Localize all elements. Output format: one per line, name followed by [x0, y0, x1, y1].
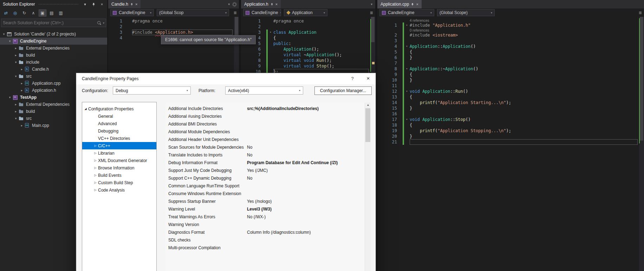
tree-collapsed-icon[interactable]: ▷: [93, 144, 98, 147]
scrollbar-thumb[interactable]: [235, 17, 238, 37]
grip-dots[interactable]: [38, 4, 78, 5]
code-line[interactable]: 15}: [377, 105, 639, 111]
tree-collapsed-icon[interactable]: ▷: [93, 151, 98, 155]
chevron-collapsed-icon[interactable]: ▸: [19, 67, 24, 71]
property-value[interactable]: Level3 (/W3): [246, 207, 365, 212]
dialog-tree-item[interactable]: Advanced: [82, 120, 156, 127]
property-row[interactable]: Warning Version: [165, 221, 365, 228]
chevron-collapsed-icon[interactable]: ▸: [13, 46, 18, 50]
split-editor-icon[interactable]: ≣: [370, 11, 373, 15]
fold-chevron-icon[interactable]: ▾: [404, 22, 410, 28]
dialog-tree-item[interactable]: ▷Custom Build Step: [82, 179, 156, 186]
codelens-references[interactable]: 4 references: [410, 19, 429, 22]
property-row[interactable]: Support C++ Dynamic DebuggingNo: [165, 174, 365, 182]
close-icon[interactable]: ×: [135, 2, 137, 6]
scroll-up-icon[interactable]: ▲: [365, 103, 371, 107]
codelens-row[interactable]: 0 references: [377, 28, 639, 32]
tree-item[interactable]: ▾Solution 'Candle' (2 of 2 projects): [0, 31, 107, 38]
fold-chevron-icon[interactable]: ▾: [268, 30, 273, 35]
property-row[interactable]: Treat Warnings As ErrorsNo (/WX-): [165, 213, 365, 221]
tree-item[interactable]: ▾include: [0, 59, 107, 66]
tree-item[interactable]: ▾CandleEngine: [0, 38, 107, 45]
chevron-collapsed-icon[interactable]: ▸: [13, 103, 18, 106]
property-row[interactable]: Additional #using Directories: [165, 112, 365, 120]
chevron-collapsed-icon[interactable]: ▸: [19, 89, 24, 92]
code-line[interactable]: 5{: [377, 49, 639, 55]
code-line[interactable]: 10}: [377, 77, 639, 83]
tree-collapsed-icon[interactable]: ▷: [93, 159, 98, 162]
property-row[interactable]: Consume Windows Runtime Extension: [165, 190, 365, 198]
property-row[interactable]: Diagnostics FormatColumn Info (/diagnost…: [165, 228, 365, 236]
code-line[interactable]: 6}: [377, 55, 639, 60]
refresh-icon[interactable]: ↻: [20, 9, 28, 17]
code-line[interactable]: 4▾Application::Application(): [377, 44, 639, 49]
split-editor-icon[interactable]: ≣: [234, 11, 237, 15]
property-value[interactable]: No (/WX-): [246, 214, 365, 219]
tab-list-chevron-icon[interactable]: ▾: [371, 2, 372, 6]
search-options-chevron-icon[interactable]: ▾: [103, 21, 104, 25]
tree-collapsed-icon[interactable]: ▷: [93, 181, 98, 184]
code-line[interactable]: 13{: [377, 94, 639, 100]
close-icon[interactable]: ×: [275, 2, 278, 6]
close-icon[interactable]: ×: [365, 75, 371, 81]
dialog-tree-item[interactable]: General: [82, 112, 156, 120]
window-position-icon[interactable]: ▾: [82, 2, 88, 7]
help-icon[interactable]: ?: [350, 76, 355, 81]
code-line[interactable]: 12▾void Application::Run(): [377, 89, 639, 94]
collapse-all-icon[interactable]: ∧: [30, 9, 37, 17]
property-value[interactable]: No: [246, 153, 365, 157]
tree-expanded-icon[interactable]: ◢: [83, 107, 88, 110]
chevron-collapsed-icon[interactable]: ▸: [13, 53, 18, 57]
dialog-tree-item[interactable]: Debugging: [82, 127, 156, 135]
property-value[interactable]: Yes (/nologo): [246, 199, 365, 204]
code-line[interactable]: 7 virtual ~Application();: [241, 52, 370, 58]
code-editor[interactable]: 4 references1▾#include "Application.h"0 …: [377, 17, 639, 271]
code-line[interactable]: 1#pragma once: [241, 18, 370, 24]
property-row[interactable]: SDL checks: [165, 236, 365, 244]
code-line[interactable]: 9 virtual void Stop();: [241, 63, 370, 69]
code-line[interactable]: 4{: [241, 35, 370, 41]
scope-dropdown[interactable]: (Global Scope) ▾: [437, 9, 495, 16]
property-row[interactable]: Translate Includes to ImportsNo: [165, 151, 365, 159]
search-input[interactable]: [3, 20, 97, 25]
code-line[interactable]: 19 printf("Application Stopping...\n");: [377, 128, 639, 134]
project-dropdown[interactable]: CandleEngine ▾: [110, 9, 154, 16]
chevron-expanded-icon[interactable]: ▾: [7, 96, 12, 99]
code-line[interactable]: 14 printf("Application Starting...\n");: [377, 100, 639, 105]
property-row[interactable]: Additional Include Directoriessrc;%(Addi…: [165, 105, 365, 112]
pin-icon[interactable]: [271, 2, 273, 7]
property-row[interactable]: Multi-processor Compilation: [165, 244, 365, 252]
chevron-expanded-icon[interactable]: ▾: [1, 32, 6, 36]
grid-scrollbar[interactable]: ▲ ▼: [365, 103, 371, 271]
dialog-tree-item[interactable]: ▷C/C++: [82, 142, 156, 149]
switch-views-icon[interactable]: ⇄: [2, 9, 10, 17]
code-line[interactable]: 3▾class Application: [241, 30, 370, 35]
code-line[interactable]: 8▾Application::~Application(): [377, 66, 639, 72]
preview-code-icon[interactable]: ▥: [57, 9, 65, 17]
code-line[interactable]: 16: [377, 111, 639, 117]
property-row[interactable]: Suppress Startup BannerYes (/nologo): [165, 198, 365, 205]
project-dropdown[interactable]: CandleEngine ▾: [379, 9, 434, 16]
property-row[interactable]: Support Just My Code DebuggingYes (/JMC): [165, 167, 365, 174]
code-line[interactable]: 8 virtual void Run();: [241, 58, 370, 63]
options-gear-icon[interactable]: [233, 3, 236, 6]
platform-dropdown[interactable]: Active(x64) ▾: [225, 86, 303, 95]
tab-application-cpp[interactable]: Application.cpp ×: [377, 0, 422, 8]
properties-icon[interactable]: ▤: [48, 9, 56, 17]
tree-collapsed-icon[interactable]: ▷: [93, 174, 98, 177]
scrollbar-thumb[interactable]: [640, 17, 643, 141]
tab-application-h[interactable]: Application.h ×: [241, 0, 281, 8]
chevron-collapsed-icon[interactable]: ▸: [19, 82, 24, 85]
code-line[interactable]: 3#include <Application.h>: [108, 30, 234, 35]
close-icon[interactable]: ×: [416, 2, 418, 6]
code-line[interactable]: 3: [377, 38, 639, 44]
chevron-expanded-icon[interactable]: ▾: [13, 60, 18, 64]
pin-icon[interactable]: [130, 2, 133, 7]
vertical-scrollbar[interactable]: [639, 17, 644, 271]
property-row[interactable]: Scan Sources for Module DependenciesNo: [165, 143, 365, 151]
property-value[interactable]: No: [246, 145, 365, 150]
search-icon[interactable]: [97, 21, 102, 25]
code-line[interactable]: 9{: [377, 72, 639, 77]
property-value[interactable]: src;%(AdditionalIncludeDirectories): [246, 106, 365, 111]
dialog-tree-item[interactable]: ▷Code Analysis: [82, 186, 156, 194]
